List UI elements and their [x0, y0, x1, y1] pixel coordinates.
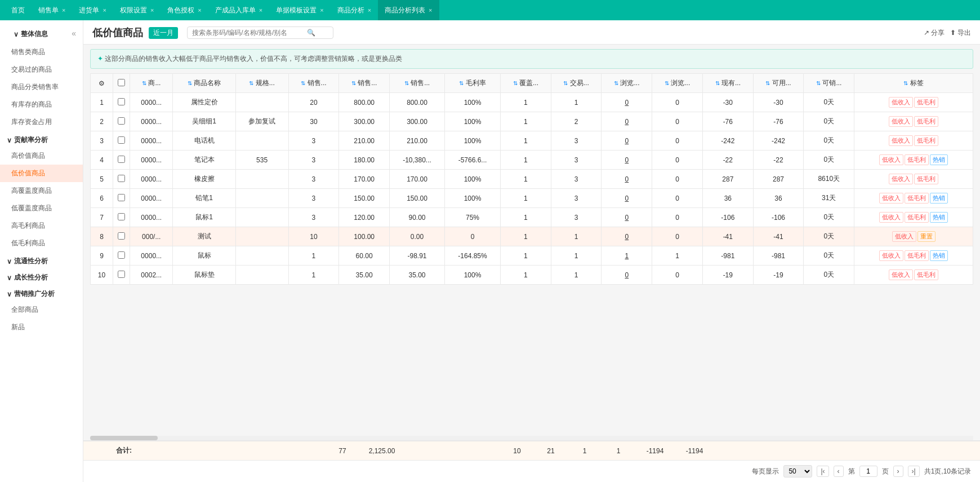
th-sales2[interactable]: ⇅ 销售... — [339, 74, 390, 93]
sidebar-item-stocked-products[interactable]: 有库存的商品 — [0, 96, 83, 113]
nav-sales-order[interactable]: 销售单 × — [32, 0, 72, 20]
close-icon[interactable]: × — [150, 0, 154, 20]
close-icon[interactable]: × — [429, 0, 432, 20]
th-view1[interactable]: ⇅ 浏览... — [602, 74, 652, 93]
table-container[interactable]: ⚙ ⇅ 商... ⇅ 商品名称 ⇅ 规格... ⇅ 销售... ⇅ 销售... … — [83, 73, 980, 436]
view1-link[interactable]: 0 — [625, 175, 629, 183]
view1-link[interactable]: 0 — [625, 118, 629, 126]
row-view1[interactable]: 0 — [602, 93, 652, 112]
th-checkbox[interactable] — [113, 74, 130, 93]
row-checkbox-cell[interactable] — [113, 189, 130, 208]
search-input[interactable] — [192, 29, 305, 37]
share-button[interactable]: ↗ 分享 — [924, 28, 945, 38]
th-current[interactable]: ⇅ 现有... — [702, 74, 753, 93]
last-page-button[interactable]: ›| — [908, 466, 920, 477]
close-icon[interactable]: × — [103, 0, 106, 20]
view1-link[interactable]: 0 — [625, 156, 629, 164]
row-checkbox-cell[interactable] — [113, 93, 130, 112]
horizontal-scrollbar[interactable] — [90, 436, 973, 440]
sidebar-item-high-margin[interactable]: 高毛利商品 — [0, 217, 83, 235]
sidebar-item-low-value[interactable]: 低价值商品 — [0, 165, 83, 182]
row-checkbox[interactable] — [118, 136, 125, 144]
close-icon[interactable]: × — [259, 0, 262, 20]
close-icon[interactable]: × — [198, 0, 201, 20]
th-coverage[interactable]: ⇅ 覆盖... — [501, 74, 551, 93]
collapse-button[interactable]: « — [69, 28, 78, 39]
row-checkbox-cell[interactable] — [113, 170, 130, 189]
view1-link[interactable]: 0 — [625, 99, 629, 107]
row-checkbox[interactable] — [118, 175, 125, 182]
select-all-checkbox[interactable] — [118, 79, 125, 86]
row-checkbox-cell[interactable] — [113, 151, 130, 170]
th-saleable[interactable]: ⇅ 可销... — [804, 74, 854, 93]
row-checkbox-cell[interactable] — [113, 227, 130, 246]
row-view1[interactable]: 0 — [602, 131, 652, 151]
row-checkbox-cell[interactable] — [113, 246, 130, 266]
search-icon[interactable]: 🔍 — [307, 29, 315, 37]
sidebar-item-new-products[interactable]: 新品 — [0, 319, 83, 336]
row-view1[interactable]: 0 — [602, 227, 652, 246]
close-icon[interactable]: × — [368, 0, 371, 20]
th-sales3[interactable]: ⇅ 销售... — [390, 74, 445, 93]
nav-home[interactable]: 首页 — [5, 0, 32, 20]
row-view1[interactable]: 0 — [602, 189, 652, 208]
th-view2[interactable]: ⇅ 浏览... — [652, 74, 703, 93]
nav-role-auth[interactable]: 角色授权 × — [161, 0, 208, 20]
export-button[interactable]: ⬆ 导出 — [950, 28, 971, 38]
nav-product-inbound[interactable]: 产成品入库单 × — [208, 0, 269, 20]
nav-permissions[interactable]: 权限设置 × — [113, 0, 161, 20]
sidebar-item-all-products[interactable]: 全部商品 — [0, 301, 83, 319]
th-margin[interactable]: ⇅ 毛利率 — [444, 74, 500, 93]
sidebar-item-high-coverage[interactable]: 高覆盖度商品 — [0, 182, 83, 200]
row-checkbox[interactable] — [118, 98, 125, 105]
sidebar-item-category-sales-rate[interactable]: 商品分类销售率 — [0, 78, 83, 96]
row-checkbox[interactable] — [118, 213, 125, 220]
th-trade[interactable]: ⇅ 交易... — [551, 74, 602, 93]
row-checkbox-cell[interactable] — [113, 131, 130, 151]
th-tags[interactable]: ⇅ 标签 — [854, 74, 973, 93]
view1-link[interactable]: 0 — [625, 137, 629, 145]
row-checkbox-cell[interactable] — [113, 112, 130, 131]
row-checkbox[interactable] — [118, 156, 125, 163]
th-sales1[interactable]: ⇅ 销售... — [288, 74, 339, 93]
row-view1[interactable]: 0 — [602, 151, 652, 170]
view1-link[interactable]: 0 — [625, 214, 629, 222]
view1-link[interactable]: 0 — [625, 194, 629, 202]
sidebar-item-low-coverage[interactable]: 低覆盖度商品 — [0, 200, 83, 217]
nav-template-settings[interactable]: 单据模板设置 × — [269, 0, 330, 20]
nav-product-analysis-list[interactable]: 商品分析列表 × — [378, 0, 439, 20]
prev-page-button[interactable]: ‹ — [834, 466, 844, 477]
first-page-button[interactable]: |‹ — [817, 466, 828, 477]
row-checkbox[interactable] — [118, 194, 125, 201]
row-view1[interactable]: 0 — [602, 112, 652, 131]
th-settings[interactable]: ⚙ — [91, 74, 113, 93]
row-view1[interactable]: 1 — [602, 246, 652, 266]
view1-link[interactable]: 1 — [625, 252, 629, 260]
row-view1[interactable]: 0 — [602, 266, 652, 285]
row-checkbox[interactable] — [118, 271, 125, 278]
row-view1[interactable]: 0 — [602, 208, 652, 227]
row-checkbox[interactable] — [118, 232, 125, 240]
row-view1[interactable]: 0 — [602, 170, 652, 189]
row-checkbox[interactable] — [118, 251, 125, 259]
next-page-button[interactable]: › — [893, 466, 903, 477]
row-checkbox-cell[interactable] — [113, 266, 130, 285]
th-name[interactable]: ⇅ 商品名称 — [173, 74, 235, 93]
scrollbar-thumb[interactable] — [90, 436, 158, 440]
close-icon[interactable]: × — [62, 0, 65, 20]
sidebar-item-sales-products[interactable]: 销售类商品 — [0, 43, 83, 61]
view1-link[interactable]: 0 — [625, 271, 629, 279]
per-page-select[interactable]: 50 20 100 — [783, 465, 812, 477]
page-number-input[interactable] — [859, 466, 877, 477]
th-spec[interactable]: ⇅ 规格... — [235, 74, 288, 93]
th-available[interactable]: ⇅ 可用... — [753, 74, 804, 93]
th-code[interactable]: ⇅ 商... — [130, 74, 173, 93]
row-checkbox-cell[interactable] — [113, 208, 130, 227]
sidebar-item-low-margin[interactable]: 低毛利商品 — [0, 235, 83, 252]
nav-purchase-order[interactable]: 进货单 × — [72, 0, 113, 20]
close-icon[interactable]: × — [320, 0, 323, 20]
nav-product-analysis[interactable]: 商品分析 × — [331, 0, 378, 20]
sidebar-item-stock-funds[interactable]: 库存资金占用 — [0, 113, 83, 131]
sidebar-item-high-value[interactable]: 高价值商品 — [0, 147, 83, 165]
row-checkbox[interactable] — [118, 117, 125, 125]
